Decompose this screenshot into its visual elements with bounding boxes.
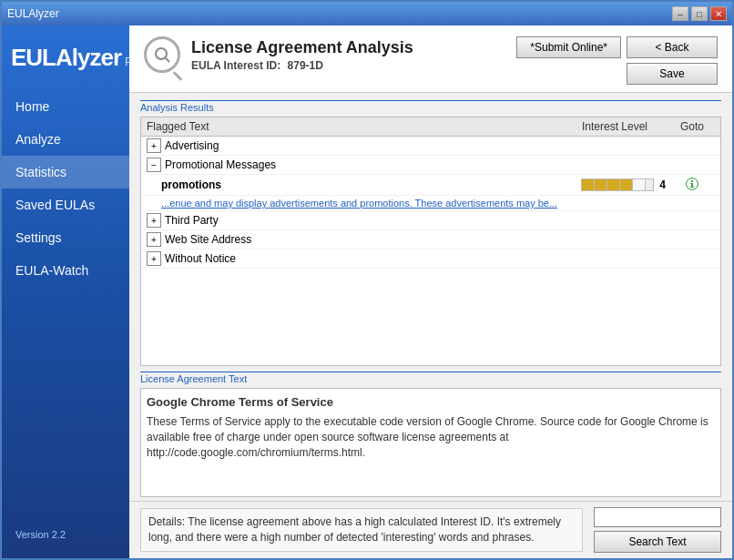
interest-count-promotions: 4	[659, 178, 666, 191]
sidebar-label-statistics: Statistics	[15, 165, 66, 179]
search-area: Search Text	[594, 507, 721, 553]
titlebar: EULAlyzer – □ ✕	[2, 2, 732, 25]
tree-row-promotions[interactable]: promotions 4	[141, 175, 720, 196]
main-panel: License Agreement Analysis EULA Interest…	[129, 25, 732, 558]
main-window: EULAlyzer – □ ✕ EULAlyzerPersonal Home A…	[0, 0, 734, 560]
panel-title: License Agreement Analysis	[191, 38, 413, 57]
maximize-button[interactable]: □	[691, 6, 708, 21]
label-website: Web Site Address	[165, 233, 715, 246]
seg4	[620, 179, 633, 190]
seg1	[582, 179, 595, 190]
seg2	[595, 179, 607, 190]
search-input[interactable]	[594, 507, 721, 527]
label-third-party: Third Party	[165, 214, 715, 227]
sidebar-item-settings[interactable]: Settings	[2, 221, 129, 254]
th-flagged: Flagged Text	[147, 120, 560, 133]
sidebar-label-saved-eulas: Saved EULAs	[15, 198, 95, 212]
tree-row-promotional[interactable]: − Promotional Messages	[141, 156, 720, 175]
table-body: + Advertising − Promotional Messages pro…	[141, 137, 720, 365]
license-section: License Agreement Text Google Chrome Ter…	[129, 366, 732, 501]
toggle-website[interactable]: +	[147, 232, 161, 247]
table-header: Flagged Text Interest Level Goto	[141, 117, 720, 137]
panel-buttons: *Submit Online* < Back Save	[516, 36, 718, 85]
analysis-section-label: Analysis Results	[140, 100, 721, 113]
results-table: Flagged Text Interest Level Goto + Adver…	[140, 117, 721, 366]
toggle-advertising[interactable]: +	[147, 138, 161, 153]
panel-title-block: License Agreement Analysis EULA Interest…	[191, 38, 413, 72]
license-section-label: License Agreement Text	[140, 372, 721, 384]
license-title: Google Chrome Terms of Service	[147, 394, 715, 411]
submit-online-button[interactable]: *Submit Online*	[516, 36, 621, 58]
titlebar-controls: – □ ✕	[672, 6, 727, 21]
svg-line-1	[166, 58, 169, 62]
svg-point-0	[156, 48, 167, 59]
panel-header: License Agreement Analysis EULA Interest…	[129, 25, 732, 93]
content-area: License Agreement Analysis EULA Interest…	[129, 25, 732, 558]
interest-bar-promotions	[581, 178, 654, 191]
th-goto: Goto	[669, 120, 715, 133]
seg3	[607, 179, 620, 190]
version-label: Version 2.2	[2, 520, 129, 558]
tree-row-third-party[interactable]: + Third Party	[141, 211, 720, 230]
label-without-notice: Without Notice	[165, 252, 715, 265]
th-interest: Interest Level	[560, 120, 669, 133]
goto-promotions[interactable]: 🛈	[685, 177, 699, 193]
window-title: EULAlyzer	[7, 7, 59, 20]
back-button[interactable]: < Back	[627, 36, 718, 58]
close-button[interactable]: ✕	[710, 6, 727, 21]
magnify-icon	[144, 36, 180, 73]
tree-row-promo-link[interactable]: ...enue and may display advertisements a…	[141, 196, 720, 211]
sidebar-nav: Home Analyze Statistics Saved EULAs Sett…	[2, 90, 129, 287]
save-button[interactable]: Save	[627, 63, 718, 85]
label-advertising: Advertising	[165, 139, 715, 152]
sidebar-item-analyze[interactable]: Analyze	[2, 123, 129, 156]
details-text: Details: The license agreement above has…	[140, 508, 583, 552]
minimize-button[interactable]: –	[672, 6, 688, 21]
sidebar-item-home[interactable]: Home	[2, 90, 129, 123]
analysis-section: Analysis Results Flagged Text Interest L…	[129, 93, 732, 366]
subtitle-label: EULA Interest ID:	[191, 59, 280, 72]
seg5	[633, 179, 646, 190]
sidebar-label-analyze: Analyze	[15, 132, 61, 147]
label-promotional: Promotional Messages	[165, 158, 715, 171]
tree-row-website[interactable]: + Web Site Address	[141, 230, 720, 249]
sidebar-item-eula-watch[interactable]: EULA-Watch	[2, 254, 129, 287]
subtitle-value: 879-1D	[288, 59, 323, 72]
label-promotions: promotions	[161, 178, 551, 191]
panel-subtitle: EULA Interest ID: 879-1D	[191, 59, 413, 72]
app-body: EULAlyzerPersonal Home Analyze Statistic…	[2, 25, 732, 558]
sidebar-label-settings: Settings	[15, 230, 62, 245]
sidebar: EULAlyzerPersonal Home Analyze Statistic…	[2, 25, 129, 558]
license-body: These Terms of Service apply to the exec…	[147, 414, 715, 460]
sidebar-label-eula-watch: EULA-Watch	[15, 263, 88, 278]
search-text-button[interactable]: Search Text	[594, 531, 721, 553]
sidebar-item-statistics[interactable]: Statistics	[2, 156, 129, 188]
promo-link-text[interactable]: ...enue and may display advertisements a…	[161, 198, 557, 209]
logo-main: EULAlyzer	[11, 44, 121, 71]
toggle-third-party[interactable]: +	[147, 213, 161, 228]
toggle-promotional[interactable]: −	[147, 158, 161, 172]
app-logo: EULAlyzerPersonal	[2, 35, 129, 90]
tree-row-advertising[interactable]: + Advertising	[141, 137, 720, 156]
license-text-box[interactable]: Google Chrome Terms of Service These Ter…	[140, 388, 721, 497]
sidebar-label-home: Home	[15, 99, 49, 114]
bottom-bar: Details: The license agreement above has…	[129, 501, 732, 558]
sidebar-item-saved-eulas[interactable]: Saved EULAs	[2, 188, 129, 221]
toggle-without-notice[interactable]: +	[147, 251, 161, 266]
tree-row-without-notice[interactable]: + Without Notice	[141, 249, 720, 269]
